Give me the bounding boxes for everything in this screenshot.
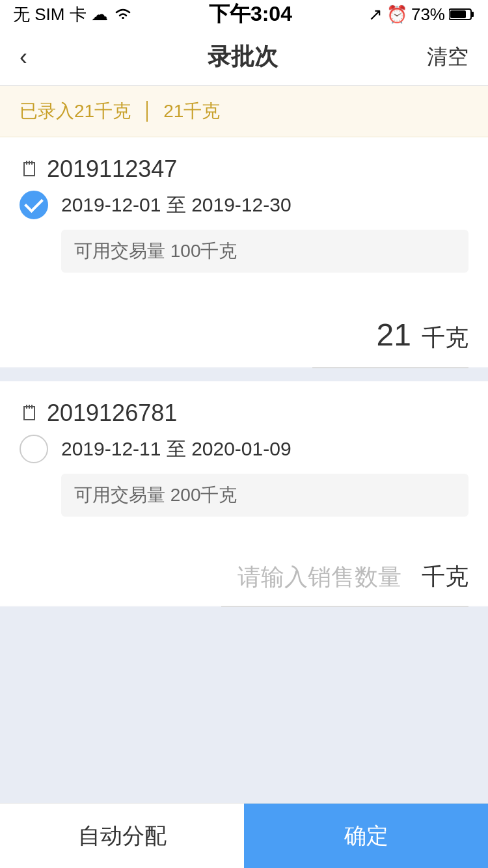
batch-header-1: 🗒 2019112347 <box>20 156 468 183</box>
sim-label: 无 SIM 卡 ☁ <box>13 3 108 26</box>
amount-value-1: 21 <box>377 317 411 353</box>
alarm-icon: ⏰ <box>386 5 407 25</box>
available-qty-1: 可用交易量 100千克 <box>61 230 468 273</box>
batch-id-1: 2019112347 <box>47 156 177 183</box>
input-row-2: 千克 <box>0 548 488 606</box>
amount-row-1: 21 千克 <box>0 304 488 367</box>
battery-label: 73% <box>411 5 445 25</box>
nav-bar: ‹ 录批次 清空 <box>0 29 488 86</box>
batch-date-1: 2019-12-01 至 2019-12-30 <box>61 192 291 219</box>
input-unit-2: 千克 <box>422 561 468 593</box>
summary-divider <box>146 101 148 122</box>
svg-rect-2 <box>450 10 466 18</box>
batch-card-2: 🗒 2019126781 2019-12-11 至 2020-01-09 可用交… <box>0 381 488 548</box>
status-right: ↗ ⏰ 73% <box>368 5 475 25</box>
summary-value: 21千克 <box>163 99 220 124</box>
status-left: 无 SIM 卡 ☁ <box>13 3 133 26</box>
section-divider <box>0 368 488 381</box>
batch-row-1: 2019-12-01 至 2019-12-30 <box>20 191 468 219</box>
summary-label: 已录入21千克 <box>20 99 131 124</box>
auto-distribute-button[interactable]: 自动分配 <box>0 804 244 868</box>
batch-id-2: 2019126781 <box>47 400 177 427</box>
batch-row-2: 2019-12-11 至 2020-01-09 <box>20 435 468 463</box>
status-bar: 无 SIM 卡 ☁ 下午3:04 ↗ ⏰ 73% <box>0 0 488 29</box>
radio-2[interactable] <box>20 435 48 463</box>
batch-card-1: 🗒 2019112347 2019-12-01 至 2019-12-30 可用交… <box>0 137 488 304</box>
confirm-button[interactable]: 确定 <box>244 804 488 868</box>
batch-date-2: 2019-12-11 至 2020-01-09 <box>61 436 291 463</box>
status-time: 下午3:04 <box>209 0 292 29</box>
summary-bar: 已录入21千克 21千克 <box>0 86 488 137</box>
bottom-bar: 自动分配 确定 <box>0 803 488 868</box>
svg-rect-1 <box>471 12 474 17</box>
clear-button[interactable]: 清空 <box>427 43 468 72</box>
available-qty-2: 可用交易量 200千克 <box>61 474 468 517</box>
wifi-icon <box>113 7 133 21</box>
batch-header-2: 🗒 2019126781 <box>20 400 468 427</box>
battery-icon <box>449 7 475 21</box>
batch-icon-2: 🗒 <box>20 401 40 426</box>
location-icon: ↗ <box>368 5 383 25</box>
batch-icon-1: 🗒 <box>20 157 40 182</box>
back-button[interactable]: ‹ <box>20 44 59 71</box>
amount-unit-1: 千克 <box>422 322 468 354</box>
page-title: 录批次 <box>208 41 278 73</box>
radio-1[interactable] <box>20 191 48 219</box>
qty-input-2[interactable] <box>216 563 411 591</box>
